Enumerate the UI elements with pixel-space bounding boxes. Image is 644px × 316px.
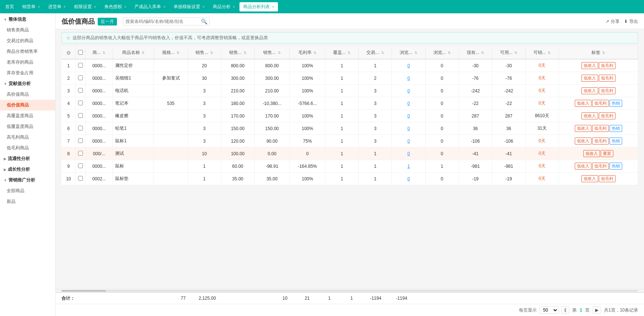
sidebar-item-all-products[interactable]: 全部商品 bbox=[0, 186, 55, 196]
sidebar-item-capital[interactable]: 库存资金占用 bbox=[0, 68, 55, 78]
nav-inventory[interactable]: 产成品入库单 × bbox=[131, 2, 169, 11]
sidebar-item-traded[interactable]: 交易过的商品 bbox=[0, 35, 55, 46]
col-gear[interactable]: ⚙ bbox=[61, 47, 76, 59]
table-row: 6 0000... 铅笔1 3 150.00 150.00 100% 1 3 0… bbox=[61, 122, 638, 135]
sidebar-item-category-rate[interactable]: 商品分类销售率 bbox=[0, 46, 55, 57]
row-checkbox[interactable] bbox=[78, 63, 83, 68]
search-box: 🔍 bbox=[123, 17, 210, 26]
row-checkbox[interactable] bbox=[78, 101, 83, 105]
view1-link[interactable]: 0 bbox=[407, 176, 410, 181]
col-current-stock[interactable]: 现有... ⇅ bbox=[459, 47, 492, 59]
nav-analysis-list[interactable]: 商品分析列表 × bbox=[239, 2, 278, 11]
col-name[interactable]: 商品名称 ⇅ bbox=[113, 47, 154, 59]
view1-link[interactable]: 0 bbox=[407, 126, 410, 131]
row-checkbox[interactable] bbox=[78, 75, 83, 80]
sidebar-section-overall[interactable]: ▼ 整体信息 bbox=[0, 13, 55, 25]
close-icon[interactable]: × bbox=[64, 5, 66, 9]
nav-home[interactable]: 首页 bbox=[1, 2, 18, 11]
col-trade[interactable]: 交易... ⇅ bbox=[359, 47, 392, 59]
row-sale-qty: 1 bbox=[188, 173, 221, 185]
nav-product-analysis[interactable]: 商品分析 × bbox=[209, 2, 239, 11]
close-icon[interactable]: × bbox=[233, 5, 235, 9]
row-sale-amount: 100.00 bbox=[221, 147, 254, 160]
row-spec bbox=[154, 173, 188, 185]
row-checkbox[interactable] bbox=[78, 151, 83, 156]
view1-link[interactable]: 0 bbox=[407, 113, 410, 119]
scroll-thumb[interactable] bbox=[61, 290, 106, 292]
col-spec[interactable]: 规格... ⇅ bbox=[154, 47, 188, 59]
row-name: 电话机 bbox=[113, 85, 154, 97]
next-page-btn[interactable]: ▶ bbox=[593, 306, 601, 314]
row-checkbox[interactable] bbox=[78, 113, 83, 118]
period-button[interactable]: 近一月 bbox=[98, 18, 117, 26]
sidebar-item-low-value[interactable]: 低价值商品 bbox=[0, 100, 55, 111]
product-tag: 低毛利 bbox=[599, 112, 616, 119]
col-tag[interactable]: 标签 ⇅ bbox=[559, 47, 638, 59]
row-checkbox[interactable] bbox=[78, 163, 83, 168]
view1-link[interactable]: 0 bbox=[407, 63, 410, 68]
share-button[interactable]: ↗ 分享 bbox=[606, 18, 620, 25]
view1-link[interactable]: 0 bbox=[407, 88, 410, 94]
sidebar-section-marketing[interactable]: ▼ 营销推广分析 bbox=[0, 175, 55, 186]
sidebar-section-contribution[interactable]: ▼ 贡献值分析 bbox=[0, 78, 55, 89]
sidebar-item-high-value[interactable]: 高价值商品 bbox=[0, 89, 55, 100]
close-icon[interactable]: × bbox=[38, 5, 40, 9]
product-tag: 低收入 bbox=[581, 62, 598, 69]
col-sale-avg[interactable]: 销售... ⇅ bbox=[254, 47, 289, 59]
sidebar-item-old-stock[interactable]: 老库存的商品 bbox=[0, 57, 55, 68]
sidebar-section-liquidity[interactable]: ▶ 流通性分析 bbox=[0, 153, 55, 164]
close-icon[interactable]: × bbox=[124, 5, 127, 9]
col-code[interactable]: 商... ⇅ bbox=[85, 47, 113, 59]
col-saleable[interactable]: 可销... ⇅ bbox=[526, 47, 559, 59]
row-sale-avg: 210.00 bbox=[254, 85, 289, 97]
search-input[interactable] bbox=[125, 19, 199, 24]
close-icon[interactable]: × bbox=[202, 5, 205, 9]
page-size-select[interactable]: 50 100 200 bbox=[540, 306, 559, 314]
view1-link[interactable]: 0 bbox=[407, 139, 410, 144]
sidebar-item-low-margin[interactable]: 低毛利商品 bbox=[0, 143, 55, 153]
col-available[interactable]: 可用... ⇅ bbox=[492, 47, 525, 59]
nav-purchase[interactable]: 进货单 × bbox=[44, 2, 70, 11]
nav-roles[interactable]: 角色授权 × bbox=[101, 2, 130, 11]
gear-icon[interactable]: ⚙ bbox=[66, 50, 71, 56]
row-checkbox[interactable] bbox=[78, 138, 83, 143]
nav-permissions[interactable]: 权限设置 × bbox=[70, 2, 100, 11]
horizontal-scrollbar[interactable] bbox=[56, 289, 644, 292]
table-row: 9 0000... 鼠标 1 60.00 -98.91 -164.85% 1 1… bbox=[61, 160, 638, 173]
row-current-stock: -981 bbox=[459, 160, 492, 173]
scroll-track[interactable] bbox=[61, 290, 638, 292]
col-sale-amount[interactable]: 销售... ⇅ bbox=[221, 47, 254, 59]
row-name: 属性定价 bbox=[113, 59, 154, 72]
view1-link[interactable]: 0 bbox=[407, 76, 410, 81]
export-button[interactable]: ⬇ 导出 bbox=[624, 18, 638, 25]
row-view2: 0 bbox=[425, 147, 459, 160]
col-coverage[interactable]: 覆盖... ⇅ bbox=[325, 47, 359, 59]
view1-link[interactable]: 1 bbox=[407, 164, 410, 169]
view1-link[interactable]: 0 bbox=[407, 151, 410, 156]
sidebar-section-growth[interactable]: ▶ 成长性分析 bbox=[0, 164, 55, 175]
table-container[interactable]: ⚙ 商... ⇅ 商品名称 ⇅ 规格... ⇅ 销售... ⇅ 销售... ⇅ … bbox=[61, 47, 638, 289]
nav-sales[interactable]: 销货单 × bbox=[19, 2, 44, 11]
sidebar-item-sales-products[interactable]: 销售类商品 bbox=[0, 25, 55, 35]
select-all-checkbox[interactable] bbox=[78, 50, 83, 55]
nav-template[interactable]: 单据模板设置 × bbox=[170, 2, 208, 11]
view1-link[interactable]: 0 bbox=[407, 101, 410, 106]
sidebar-item-high-margin[interactable]: 高毛利商品 bbox=[0, 132, 55, 143]
row-checkbox[interactable] bbox=[78, 176, 83, 181]
col-sale-qty[interactable]: 销售... ⇅ bbox=[188, 47, 221, 59]
first-page-btn[interactable]: ⟪ bbox=[561, 306, 569, 314]
sidebar-item-low-coverage[interactable]: 低覆盖度商品 bbox=[0, 121, 55, 132]
row-checkbox[interactable] bbox=[78, 126, 83, 130]
data-table: ⚙ 商... ⇅ 商品名称 ⇅ 规格... ⇅ 销售... ⇅ 销售... ⇅ … bbox=[61, 47, 638, 185]
row-spec bbox=[154, 160, 188, 173]
close-icon[interactable]: × bbox=[272, 5, 274, 9]
close-icon[interactable]: × bbox=[163, 5, 165, 9]
row-checkbox[interactable] bbox=[78, 88, 83, 93]
sidebar-item-new-products[interactable]: 新品 bbox=[0, 196, 55, 207]
col-view1[interactable]: 浏览... ⇅ bbox=[392, 47, 425, 59]
search-icon[interactable]: 🔍 bbox=[201, 18, 207, 24]
close-icon[interactable]: × bbox=[94, 5, 96, 9]
col-gross-margin[interactable]: 毛利率 ⇅ bbox=[290, 47, 325, 59]
col-view2[interactable]: 浏览... ⇅ bbox=[425, 47, 459, 59]
sidebar-item-high-coverage[interactable]: 高覆盖度商品 bbox=[0, 111, 55, 121]
